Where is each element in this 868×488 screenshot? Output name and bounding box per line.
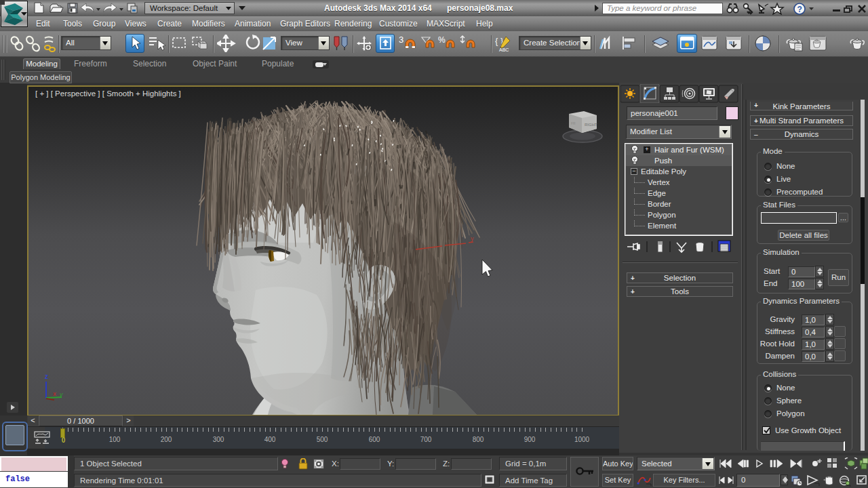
svg-text:y: y: [59, 391, 63, 398]
svg-text:RIGHT: RIGHT: [585, 123, 597, 127]
svg-text:y: y: [471, 235, 474, 242]
svg-text:ABC: ABC: [499, 47, 509, 52]
svg-text:%: %: [438, 35, 446, 45]
svg-text:3: 3: [399, 35, 403, 45]
svg-text:z: z: [45, 373, 48, 380]
svg-text:?: ?: [797, 5, 802, 14]
svg-text:{: {: [495, 36, 498, 46]
svg-text:x: x: [53, 390, 56, 397]
svg-text:[ + ] [ Perspective ] [ Smooth: [ + ] [ Perspective ] [ Smooth + Highlig…: [35, 89, 181, 98]
svg-text:FR: FR: [571, 121, 576, 125]
